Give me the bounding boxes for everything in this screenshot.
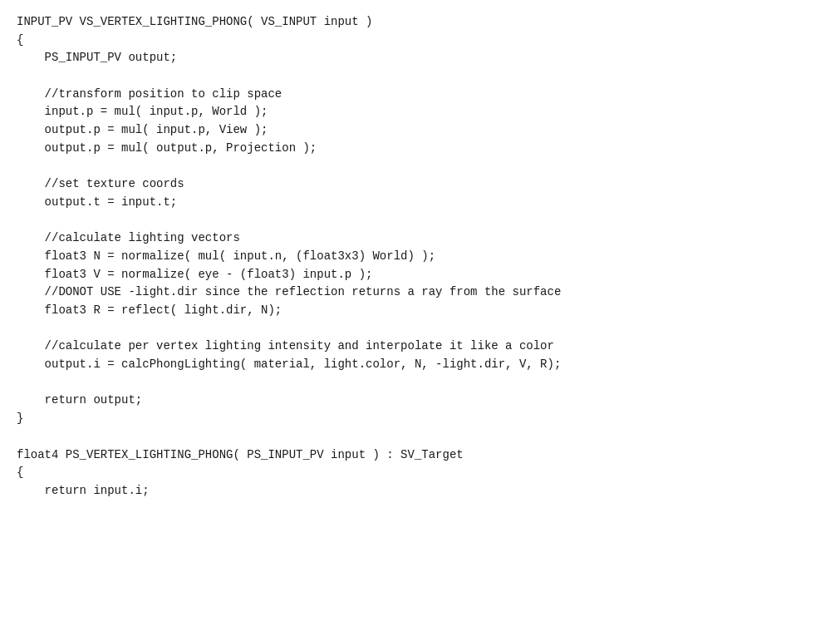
code-display: INPUT_PV VS_VERTEX_LIGHTING_PHONG( VS_IN… [17, 13, 823, 500]
